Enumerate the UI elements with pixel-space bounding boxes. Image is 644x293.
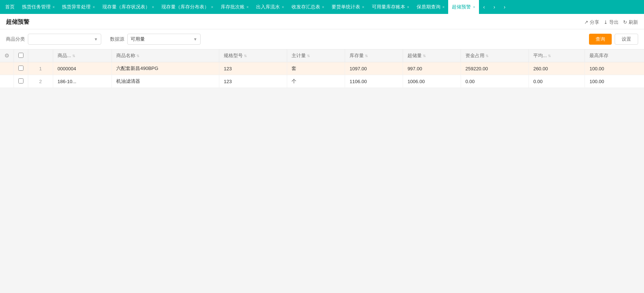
th-max-stock[interactable]: 最高库存 xyxy=(585,49,644,62)
close-icon[interactable]: × xyxy=(52,5,55,9)
nav-item-overstock-alert[interactable]: 超储预警 × xyxy=(448,0,479,14)
close-icon[interactable]: × xyxy=(407,5,409,9)
sort-icon: ⇅ xyxy=(136,54,139,58)
chevron-down-icon: ▼ xyxy=(94,37,98,41)
close-icon[interactable]: × xyxy=(322,5,324,9)
close-icon[interactable]: × xyxy=(473,5,475,9)
datasource-filter: 数据源 可用量 ▼ xyxy=(110,34,201,45)
sort-icon: ⇅ xyxy=(244,54,247,58)
category-select[interactable]: ▼ xyxy=(28,34,101,45)
nav-item-quality-check[interactable]: 保质期查询 × xyxy=(413,0,448,14)
row-product-name: 机油滤清器 xyxy=(112,75,219,88)
th-gear: ⚙ xyxy=(0,49,14,62)
category-label: 商品分类 xyxy=(6,36,25,42)
nav-item-home[interactable]: 首页 xyxy=(1,0,18,14)
th-row-num xyxy=(28,49,53,62)
row-capital-occupied: 0.00 xyxy=(461,75,528,88)
row-spec: 123 xyxy=(219,75,287,88)
nav-next-button[interactable]: › xyxy=(489,0,500,14)
settings-button[interactable]: 设置 xyxy=(615,34,638,45)
category-filter: 商品分类 ▼ xyxy=(6,34,101,45)
close-icon[interactable]: × xyxy=(442,5,444,9)
row-number: 1 xyxy=(28,62,53,75)
nav-item-stock-batch[interactable]: 库存批次账 × xyxy=(217,0,252,14)
row-max-stock: 100.00 xyxy=(585,62,644,75)
row-avg: 0.00 xyxy=(529,75,585,88)
row-overstock-qty: 1006.00 xyxy=(403,75,461,88)
nav-item-stock-status[interactable]: 现存量（库存状况表） × xyxy=(99,0,158,14)
th-stock-qty[interactable]: 库存量 ⇅ xyxy=(345,49,403,62)
nav-prev-button[interactable]: ‹ xyxy=(479,0,489,14)
row-capital-occupied: 259220.00 xyxy=(461,62,528,75)
nav-item-abnormal[interactable]: 拣货异常处理 × xyxy=(58,0,98,14)
export-icon: ⤓ xyxy=(604,19,608,25)
close-icon[interactable]: × xyxy=(246,5,249,9)
th-capital-occupied[interactable]: 资金占用 ⇅ xyxy=(461,49,528,62)
row-stock-qty: 1106.00 xyxy=(345,75,403,88)
filter-actions: 查询 设置 xyxy=(589,34,638,45)
th-spec[interactable]: 规格型号 ⇅ xyxy=(219,49,287,62)
nav-item-stock-dist[interactable]: 现存量（库存分布表） × xyxy=(158,0,217,14)
row-product-name: 六配套新昌490BPG xyxy=(112,62,219,75)
nav-more-button[interactable]: › xyxy=(500,0,510,14)
nav-item-avail-stock[interactable]: 可用量库存账本 × xyxy=(368,0,413,14)
row-unit: 个 xyxy=(287,75,345,88)
select-all-checkbox[interactable] xyxy=(18,53,23,58)
header-actions: ↗ 分享 ⤓ 导出 ↻ 刷新 xyxy=(584,19,638,26)
share-icon: ↗ xyxy=(584,19,588,25)
row-number: 2 xyxy=(28,75,53,88)
row-avg: 260.00 xyxy=(529,62,585,75)
th-avg[interactable]: 平均... ⇅ xyxy=(529,49,585,62)
filter-area: 商品分类 ▼ 数据源 可用量 ▼ 查询 设置 xyxy=(0,29,644,49)
row-checkbox[interactable] xyxy=(18,66,23,71)
row-max-stock: 100.00 xyxy=(585,75,644,88)
close-icon[interactable]: × xyxy=(362,5,364,9)
close-icon[interactable]: × xyxy=(282,5,284,9)
nav-item-order-stats[interactable]: 要货单统计表 × xyxy=(328,0,368,14)
export-button[interactable]: ⤓ 导出 xyxy=(604,19,619,26)
sort-icon: ⇅ xyxy=(307,54,310,58)
row-overstock-qty: 997.00 xyxy=(403,62,461,75)
sort-icon: ⇅ xyxy=(365,54,368,58)
row-gear-cell xyxy=(0,62,14,75)
datasource-select[interactable]: 可用量 ▼ xyxy=(127,34,201,45)
row-checkbox-cell[interactable] xyxy=(14,62,28,75)
row-gear-cell xyxy=(0,75,14,88)
table-row: 2 186-10... 机油滤清器 123 个 1106.00 1006.00 … xyxy=(0,75,644,88)
th-overstock-qty[interactable]: 超储量 ⇅ xyxy=(403,49,461,62)
nav-item-task-mgmt[interactable]: 拣货任务管理 × xyxy=(18,0,58,14)
settings-icon[interactable]: ⚙ xyxy=(4,52,9,59)
row-product-code: 0000004 xyxy=(53,62,112,75)
row-stock-qty: 1097.00 xyxy=(345,62,403,75)
row-spec: 123 xyxy=(219,62,287,75)
th-checkbox xyxy=(14,49,28,62)
overstock-table: ⚙ 商品... ⇅ 商品名称 ⇅ xyxy=(0,49,644,88)
nav-item-inout-flow[interactable]: 出入库流水 × xyxy=(252,0,288,14)
sort-icon: ⇅ xyxy=(548,54,551,58)
row-product-code: 186-10... xyxy=(53,75,112,88)
close-icon[interactable]: × xyxy=(92,5,95,9)
nav-bar: 首页 拣货任务管理 × 拣货异常处理 × 现存量（库存状况表） × 现存量（库存… xyxy=(0,0,644,14)
nav-item-collect-summary[interactable]: 收发存汇总表 × xyxy=(288,0,328,14)
th-product-name[interactable]: 商品名称 ⇅ xyxy=(112,49,219,62)
table-row: 1 0000004 六配套新昌490BPG 123 套 1097.00 997.… xyxy=(0,62,644,75)
close-icon[interactable]: × xyxy=(152,5,154,9)
page-header: 超储预警 ↗ 分享 ⤓ 导出 ↻ 刷新 xyxy=(0,14,644,29)
row-checkbox-cell[interactable] xyxy=(14,75,28,88)
query-button[interactable]: 查询 xyxy=(589,34,612,45)
chevron-down-icon: ▼ xyxy=(193,37,197,41)
sort-icon: ⇅ xyxy=(486,54,489,58)
table-header-row: ⚙ 商品... ⇅ 商品名称 ⇅ xyxy=(0,49,644,62)
table-container: ⚙ 商品... ⇅ 商品名称 ⇅ xyxy=(0,49,644,88)
datasource-label: 数据源 xyxy=(110,36,124,42)
row-checkbox[interactable] xyxy=(18,78,23,84)
datasource-select-value: 可用量 xyxy=(131,36,145,42)
sort-icon: ⇅ xyxy=(72,54,75,58)
refresh-button[interactable]: ↻ 刷新 xyxy=(623,19,638,26)
th-unit[interactable]: 主计量 ⇅ xyxy=(287,49,345,62)
th-product-code[interactable]: 商品... ⇅ xyxy=(53,49,112,62)
close-icon[interactable]: × xyxy=(211,5,213,9)
share-button[interactable]: ↗ 分享 xyxy=(584,19,599,26)
row-unit: 套 xyxy=(287,62,345,75)
sort-icon: ⇅ xyxy=(423,54,426,58)
